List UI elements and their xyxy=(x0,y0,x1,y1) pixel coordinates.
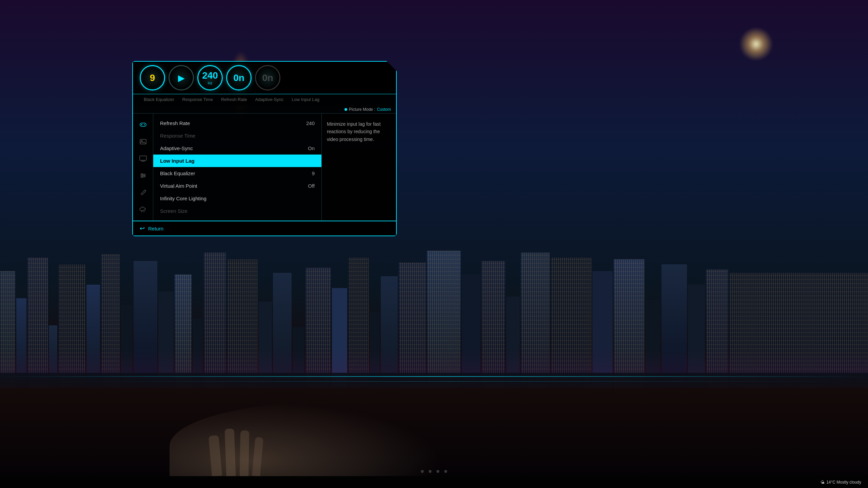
sidebar-icons xyxy=(133,114,153,221)
svg-point-15 xyxy=(143,175,145,176)
picture-mode-bar: Picture Mode : Custom xyxy=(133,106,396,114)
info-panel: Minimize input lag for fast reactions by… xyxy=(321,114,396,221)
sidebar-icon-wrench[interactable] xyxy=(137,186,149,198)
svg-rect-7 xyxy=(140,156,146,160)
response-time-indicator: ▶ xyxy=(169,65,194,90)
sidebar-icon-gamepad[interactable] xyxy=(137,119,149,130)
menu-item-infinity-core-lighting[interactable]: Infinity Core Lighting xyxy=(153,192,321,205)
sidebar-icon-image[interactable] xyxy=(137,136,149,147)
menu-item-low-input-lag[interactable]: Low Input Lag xyxy=(153,155,321,167)
low-input-lag-indicator: 0n xyxy=(255,65,280,90)
svg-line-17 xyxy=(141,211,142,212)
tab-low-input-lag[interactable]: Low Input Lag xyxy=(288,96,323,103)
tab-labels-row: Black Equalizer Response Time Refresh Ra… xyxy=(133,94,396,106)
monitor-dots xyxy=(421,470,447,473)
weather-text: 14°C Mostly cloudy xyxy=(826,480,861,485)
svg-point-16 xyxy=(141,176,143,178)
svg-line-19 xyxy=(144,211,144,212)
picture-mode-dot xyxy=(344,108,347,111)
picture-mode-value: Custom xyxy=(377,107,391,112)
menu-item-response-time[interactable]: Response Time xyxy=(153,129,321,142)
background xyxy=(0,0,868,488)
tab-black-equalizer[interactable]: Black Equalizer xyxy=(140,96,178,103)
svg-point-4 xyxy=(144,125,145,125)
black-equalizer-indicator: 9 xyxy=(140,65,165,90)
return-icon: ↩ xyxy=(140,225,145,232)
hand-region xyxy=(0,388,868,476)
refresh-rate-indicator: 240 Hz xyxy=(197,65,223,90)
content-area: Refresh Rate 240 Response Time Adaptive-… xyxy=(133,114,396,221)
menu-item-refresh-rate[interactable]: Refresh Rate 240 xyxy=(153,117,321,129)
sidebar-icon-settings[interactable] xyxy=(137,169,149,181)
white-glow xyxy=(739,27,773,61)
tab-refresh-rate[interactable]: Refresh Rate xyxy=(217,96,251,103)
menu-item-black-equalizer[interactable]: Black Equalizer 9 xyxy=(153,167,321,180)
sidebar-icon-cloud[interactable] xyxy=(137,203,149,215)
taskbar-weather: 🌤 14°C Mostly cloudy xyxy=(821,480,861,485)
menu-item-screen-size[interactable]: Screen Size xyxy=(153,205,321,217)
menu-item-adaptive-sync[interactable]: Adaptive-Sync On xyxy=(153,142,321,155)
adaptive-sync-indicator: 0n xyxy=(226,65,252,90)
sidebar-icon-monitor[interactable] xyxy=(137,152,149,164)
weather-icon: 🌤 xyxy=(821,480,825,485)
tab-adaptive-sync[interactable]: Adaptive-Sync xyxy=(251,96,288,103)
svg-point-3 xyxy=(144,124,145,125)
return-button[interactable]: Return xyxy=(148,226,163,231)
svg-point-14 xyxy=(141,174,143,175)
monitor-dot-1 xyxy=(421,470,424,473)
tab-response-time[interactable]: Response Time xyxy=(178,96,217,103)
picture-mode-label: Picture Mode : xyxy=(349,107,375,112)
taskbar: 🌤 14°C Mostly cloudy xyxy=(0,476,868,488)
return-bar: ↩ Return xyxy=(133,221,396,236)
svg-rect-0 xyxy=(140,123,146,126)
menu-item-virtual-aim-point[interactable]: Virtual Aim Point Off xyxy=(153,180,321,192)
indicators-row: 9 ▶ 240 Hz 0n 0n xyxy=(133,62,396,94)
monitor-dot-3 xyxy=(437,470,439,473)
monitor-dot-2 xyxy=(429,470,432,473)
info-text: Minimize input lag for fast reactions by… xyxy=(327,120,391,143)
monitor-dot-4 xyxy=(445,470,447,473)
menu-items-list: Refresh Rate 240 Response Time Adaptive-… xyxy=(153,114,321,221)
osd-menu: 9 ▶ 240 Hz 0n 0n xyxy=(132,61,397,236)
